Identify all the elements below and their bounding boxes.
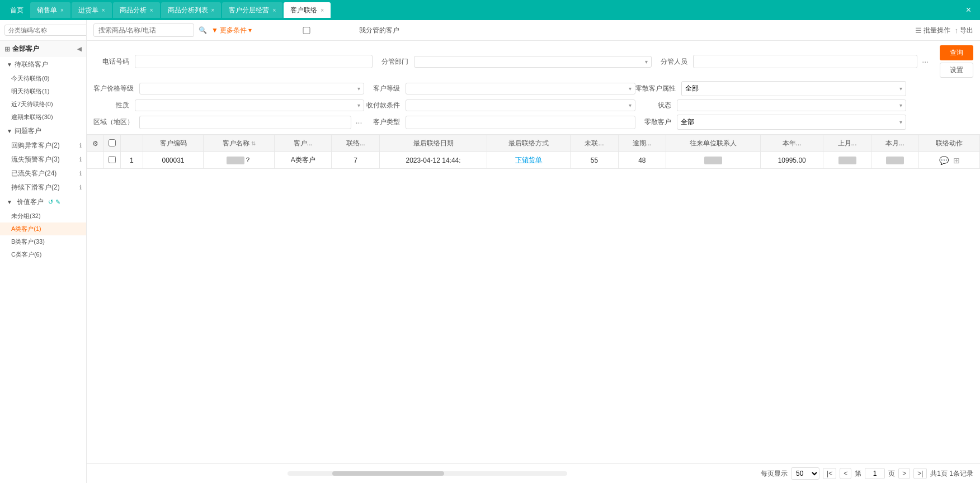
filter-label-region: 区域（地区） bbox=[93, 117, 137, 127]
sidebar-item-declining[interactable]: 持续下滑客户(2) ℹ bbox=[0, 181, 86, 195]
col-contact: 联络... bbox=[332, 135, 379, 152]
filter-select-price-level[interactable]: ▾ bbox=[139, 83, 364, 94]
grid-icon-action[interactable]: ⊞ bbox=[953, 156, 960, 165]
cell-this-month bbox=[871, 152, 918, 169]
more-conditions-btn[interactable]: ▼ 更多条件 ▾ bbox=[211, 26, 252, 35]
sidebar-group-pending[interactable]: ▼ 待联络客户 bbox=[0, 57, 86, 72]
info-icon-2: ℹ bbox=[79, 156, 82, 163]
sidebar-item-class-a[interactable]: A类客户(1) bbox=[0, 222, 86, 235]
my-customers-checkbox[interactable] bbox=[256, 27, 357, 34]
filter-select-status[interactable]: ▾ bbox=[677, 100, 906, 111]
filter-input-cust-type[interactable] bbox=[406, 116, 635, 129]
sidebar-item-overdue[interactable]: 逾期未联络(30) bbox=[0, 111, 86, 124]
chevron-down-icon-status: ▾ bbox=[899, 102, 902, 108]
cell-cust-name: ？ bbox=[204, 152, 275, 169]
filter-select-retail[interactable]: 全部 ▾ bbox=[677, 115, 906, 130]
filter-select-cust-level[interactable]: ▾ bbox=[406, 83, 635, 94]
sidebar-search-input[interactable] bbox=[4, 25, 87, 36]
cell-no: 1 bbox=[121, 152, 143, 169]
last-page-btn[interactable]: >| bbox=[913, 468, 927, 479]
settings-btn[interactable]: 设置 bbox=[940, 63, 973, 78]
select-all-checkbox[interactable] bbox=[109, 139, 116, 146]
col-sort-code[interactable] bbox=[201, 135, 203, 151]
first-page-btn[interactable]: |< bbox=[823, 468, 836, 479]
collapse-icon[interactable]: ◀ bbox=[77, 46, 82, 52]
nav-tab-customer-contact[interactable]: 客户联络 × bbox=[284, 2, 331, 18]
page-input[interactable] bbox=[865, 468, 885, 479]
sidebar: 🔍 ⊞ 全部客户 ◀ ▼ 待联络客户 今天待联络(0) 明天待联络(1) 近7天… bbox=[0, 20, 87, 483]
nav-tab-analysis-close[interactable]: × bbox=[150, 7, 153, 13]
nav-tab-customer-segment[interactable]: 客户分层经营 × bbox=[222, 2, 282, 18]
nav-tab-customer-contact-close[interactable]: × bbox=[321, 7, 324, 13]
chevron-down-icon-price: ▾ bbox=[357, 86, 360, 92]
more-dots-person[interactable]: ··· bbox=[920, 57, 931, 66]
filter-select-retail-attr[interactable]: 全部 ▾ bbox=[681, 81, 906, 96]
sidebar-group-pending-label: 待联络客户 bbox=[15, 60, 48, 69]
filter-cell-person: 分管人员 ··· bbox=[652, 55, 931, 68]
sidebar-item-ungrouped[interactable]: 未分组(32) bbox=[0, 210, 86, 222]
nav-home[interactable]: 首页 bbox=[4, 2, 29, 18]
sidebar-all-customers[interactable]: ⊞ 全部客户 ◀ bbox=[0, 41, 86, 57]
nav-tab-customer-contact-label: 客户联络 bbox=[290, 6, 317, 15]
chat-icon[interactable]: 💬 bbox=[939, 156, 949, 165]
filter-label-cust-level: 客户等级 bbox=[364, 84, 403, 93]
batch-op-btn[interactable]: ☰ 批量操作 bbox=[915, 26, 950, 35]
nav-tab-purchase[interactable]: 进货单 × bbox=[72, 2, 112, 18]
sidebar-item-7days[interactable]: 近7天待联络(0) bbox=[0, 98, 86, 111]
sidebar-item-repurchase-anomaly[interactable]: 回购异常客户(2) ℹ bbox=[0, 139, 86, 153]
nav-tab-sales[interactable]: 销售单 × bbox=[30, 2, 70, 18]
prev-page-btn[interactable]: < bbox=[840, 468, 851, 479]
col-gear[interactable]: ⚙ bbox=[87, 135, 104, 152]
sidebar-item-churned[interactable]: 已流失客户(24) ℹ bbox=[0, 167, 86, 181]
filter-input-region[interactable] bbox=[139, 116, 351, 129]
sidebar-item-class-c[interactable]: C类客户(6) bbox=[0, 248, 86, 261]
nav-tab-purchase-close[interactable]: × bbox=[102, 7, 105, 13]
h-scrollbar-thumb[interactable] bbox=[332, 471, 444, 476]
chevron-down-icon-payment: ▾ bbox=[629, 102, 632, 108]
page-size-select[interactable]: 50 100 200 bbox=[791, 467, 819, 480]
search-input[interactable] bbox=[93, 23, 194, 37]
page-end-label: 页 bbox=[888, 469, 895, 479]
sidebar-item-tomorrow[interactable]: 明天待联络(1) bbox=[0, 85, 86, 98]
more-dots-region[interactable]: ··· bbox=[354, 118, 365, 127]
export-btn[interactable]: ↑ 导出 bbox=[955, 26, 974, 35]
table-container: ⚙ 客户编码 客户名称 ⇅ 客户... bbox=[87, 135, 980, 463]
filter-cell-nature: 性质 ▾ bbox=[93, 100, 364, 111]
filter-select-nature[interactable]: ▾ bbox=[135, 100, 364, 111]
chevron-down-icon: ▾ bbox=[248, 26, 252, 34]
sidebar-group-problem[interactable]: ▼ 问题客户 bbox=[0, 124, 86, 139]
my-customers-checkbox-label[interactable]: 我分管的客户 bbox=[256, 26, 399, 35]
search-icon[interactable]: 🔍 bbox=[199, 26, 207, 34]
window-close-icon[interactable]: × bbox=[962, 5, 976, 15]
cust-name-placeholder bbox=[227, 157, 244, 164]
sidebar-item-class-b[interactable]: B类客户(33) bbox=[0, 235, 86, 248]
next-page-btn[interactable]: > bbox=[898, 468, 910, 479]
sidebar-item-today[interactable]: 今天待联络(0) bbox=[0, 72, 86, 85]
more-conditions-label: 更多条件 bbox=[220, 26, 247, 35]
h-scrollbar[interactable] bbox=[288, 471, 567, 476]
last-contact-method-link[interactable]: 下销货单 bbox=[515, 156, 542, 164]
nav-tab-analysis-list[interactable]: 商品分析列表 × bbox=[161, 2, 222, 18]
export-icon: ↑ bbox=[955, 26, 959, 35]
sidebar-search-area: 🔍 bbox=[0, 20, 86, 41]
filter-label-nature: 性质 bbox=[93, 101, 133, 110]
sidebar-group-value[interactable]: ▼ 价值客户 ↺ ✎ bbox=[0, 195, 86, 210]
last-month-placeholder bbox=[838, 157, 856, 164]
filter-input-phone[interactable] bbox=[135, 55, 373, 68]
sidebar-item-churn-warning[interactable]: 流失预警客户(3) ℹ bbox=[0, 153, 86, 167]
filter-select-payment[interactable]: ▾ bbox=[406, 100, 635, 111]
nav-tab-analysis-list-close[interactable]: × bbox=[211, 7, 215, 13]
nav-tab-sales-close[interactable]: × bbox=[60, 7, 64, 13]
refresh-icon[interactable]: ↺ bbox=[48, 198, 53, 206]
filter-input-person[interactable] bbox=[693, 55, 917, 68]
row-checkbox[interactable] bbox=[109, 156, 116, 163]
filter-label-retail: 零散客户 bbox=[635, 117, 675, 127]
grid-icon: ⊞ bbox=[4, 45, 10, 53]
filter-select-dept[interactable]: ▾ bbox=[414, 56, 652, 68]
nav-tab-customer-segment-close[interactable]: × bbox=[272, 7, 276, 13]
query-btn[interactable]: 查询 bbox=[940, 45, 973, 60]
cell-last-contact-date: 2023-04-12 14:44: bbox=[379, 152, 487, 169]
nav-tab-analysis[interactable]: 商品分析 × bbox=[113, 2, 160, 18]
edit-icon[interactable]: ✎ bbox=[55, 198, 60, 206]
col-no bbox=[121, 135, 143, 152]
